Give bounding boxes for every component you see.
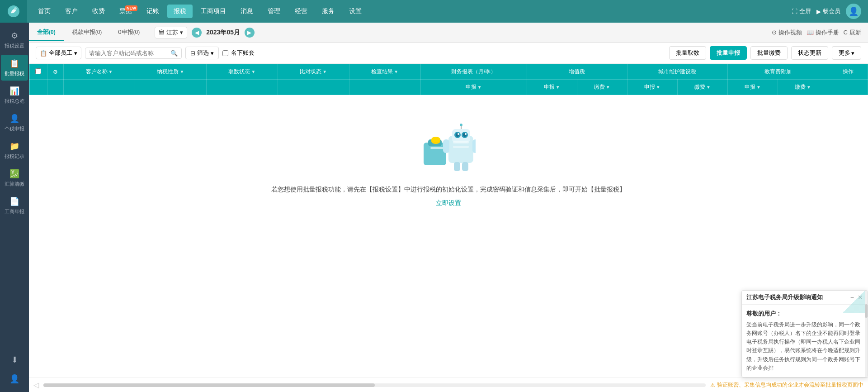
th-financial-report: 财务报表（月/季）: [420, 64, 527, 80]
et-declare-filter[interactable]: 申报 ▼: [745, 83, 761, 91]
th-sub-customer-name: [64, 80, 135, 95]
filter-button[interactable]: ⊟ 筛选 ▾: [185, 47, 219, 59]
annual-report-icon: 📄: [9, 196, 19, 206]
fullscreen-icon: ⛶: [792, 8, 797, 15]
nav-tax[interactable]: 报税: [167, 5, 193, 18]
search-box[interactable]: 🔍: [85, 48, 182, 59]
batch-pay-button[interactable]: 批量缴费: [750, 46, 788, 60]
nav-billing[interactable]: 收费: [86, 5, 111, 18]
sidebar-item-settlement[interactable]: 💹 汇算清缴: [1, 165, 28, 191]
notification-scrollbar[interactable]: [865, 291, 868, 377]
notification-scroll-thumb: [865, 304, 868, 318]
logo[interactable]: [0, 0, 27, 23]
empty-state-text: 若您想使用批量报税功能，请先在【报税设置】中进行报税的初始化设置，完成密码验证和…: [271, 186, 626, 194]
sidebar-item-tax-record[interactable]: 📁 报税记录: [1, 138, 28, 163]
sidebar-item-tax-settings[interactable]: ⚙ 报税设置: [1, 27, 28, 53]
vat-pay-filter[interactable]: 缴费 ▼: [594, 83, 610, 91]
ct-declare-filter[interactable]: 申报 ▼: [644, 83, 660, 91]
chevron-down-icon: ▾: [851, 50, 854, 57]
province-select[interactable]: 🏛 江苏 ▾: [155, 27, 187, 38]
province-icon: 🏛: [159, 29, 165, 36]
th-compare-status: 比对状态 ▼: [278, 64, 349, 80]
batch-fetch-button[interactable]: 批量取数: [669, 46, 706, 60]
toolbar-right: 批量取数 批量申报 批量缴费 状态更新 更多 ▾: [669, 46, 861, 60]
nav-service[interactable]: 服务: [316, 5, 341, 18]
setup-link[interactable]: 立即设置: [436, 199, 461, 207]
nav-operations[interactable]: 经营: [288, 5, 314, 18]
search-input[interactable]: [89, 50, 170, 57]
sidebar-item-download[interactable]: ⬇: [1, 351, 28, 368]
tab-zero-declare[interactable]: 0申报(0): [110, 24, 148, 41]
th-sub-fetch-status: [206, 80, 278, 95]
filter-icon: ▼: [179, 69, 184, 74]
nav-customer[interactable]: 客户: [59, 5, 84, 18]
tax-overview-icon: 📊: [9, 86, 19, 96]
fetch-status-filter[interactable]: 取数状态 ▼: [228, 68, 255, 76]
manual-button[interactable]: 📖 操作手册: [807, 29, 839, 37]
check-result-filter[interactable]: 检查结果 ▼: [371, 68, 398, 76]
scroll-left-icon[interactable]: ◁: [33, 381, 39, 389]
sidebar-item-user[interactable]: 👤: [1, 370, 28, 387]
tax-settings-icon: ⚙: [11, 31, 18, 41]
sidebar-item-tax-overview[interactable]: 📊 报税总览: [1, 82, 28, 108]
th-gear[interactable]: ⚙: [47, 64, 64, 80]
select-all-checkbox[interactable]: [35, 68, 41, 74]
sidebar-item-personal-tax[interactable]: 👤 个税申报: [1, 110, 28, 136]
employee-select[interactable]: 📋 全部员工 ▾: [36, 47, 81, 59]
nav-message[interactable]: 消息: [234, 5, 259, 18]
user-icon: 👤: [9, 374, 19, 384]
employee-icon: 📋: [40, 50, 47, 57]
th-vat: 增值税: [527, 64, 627, 80]
fr-declare-filter[interactable]: 申报 ▼: [466, 83, 482, 91]
prev-month-button[interactable]: ◀: [192, 28, 202, 38]
sidebar-item-annual-report[interactable]: 📄 工商年报: [1, 193, 28, 219]
svg-point-1: [14, 7, 17, 10]
customer-name-filter[interactable]: 客户名称 ▼: [86, 68, 113, 76]
notification-decoration: [827, 291, 868, 313]
nav-bizproject[interactable]: 工商项目: [194, 5, 232, 18]
vat-declare-filter[interactable]: 申报 ▼: [544, 83, 560, 91]
name-account-checkbox[interactable]: [222, 50, 228, 56]
avatar[interactable]: 👤: [846, 4, 861, 19]
video-button[interactable]: ⊙ 操作视频: [772, 29, 802, 37]
batch-declare-button[interactable]: 批量申报: [710, 46, 747, 60]
nav-home[interactable]: 首页: [32, 5, 57, 18]
svg-rect-18: [443, 139, 449, 153]
svg-point-14: [458, 133, 459, 135]
th-checkbox: [29, 64, 47, 80]
tax-type-filter[interactable]: 纳税性质 ▼: [157, 68, 184, 76]
sidebar-item-batch-tax[interactable]: 📋 批量报税: [1, 55, 28, 81]
th-sub-et-pay: 缴费 ▼: [778, 80, 828, 95]
member-button[interactable]: ▶ 畅会员: [816, 7, 840, 15]
robot-illustration: [421, 122, 476, 177]
next-month-button[interactable]: ▶: [245, 28, 255, 38]
th-check-result: 检查结果 ▼: [349, 64, 420, 80]
tab-tax-declare[interactable]: 税款申报(0): [64, 24, 110, 41]
nav-bookkeeping[interactable]: 记账: [140, 5, 165, 18]
filter-icon: ▼: [706, 85, 711, 90]
svg-point-7: [431, 137, 440, 142]
more-button[interactable]: 更多 ▾: [832, 46, 861, 60]
fullscreen-button[interactable]: ⛶ 全屏: [792, 7, 811, 15]
et-pay-filter[interactable]: 缴费 ▼: [795, 83, 811, 91]
status-update-button[interactable]: 状态更新: [791, 46, 828, 60]
nav-management[interactable]: 管理: [261, 5, 287, 18]
search-icon[interactable]: 🔍: [170, 50, 178, 57]
nav-invoice[interactable]: 票据 NEW: [113, 5, 138, 18]
sidebar-bottom: ⬇ 👤: [1, 351, 28, 387]
ct-pay-filter[interactable]: 缴费 ▼: [694, 83, 711, 91]
compare-status-filter[interactable]: 比对状态 ▼: [300, 68, 327, 76]
chevron-down-icon: ▾: [180, 29, 183, 36]
tax-record-icon: 📁: [9, 141, 19, 151]
refresh-button[interactable]: C 展新: [844, 29, 861, 37]
th-sub-tax-type: [135, 80, 206, 95]
refresh-icon: C: [844, 29, 848, 36]
nav-settings[interactable]: 设置: [343, 5, 368, 18]
bottom-scrollbar[interactable]: [43, 383, 706, 387]
checkbox-name-account[interactable]: 名下账套: [222, 49, 255, 57]
download-icon: ⬇: [11, 355, 18, 365]
tab-all[interactable]: 全部(0): [29, 24, 64, 41]
top-navigation: 首页 客户 收费 票据 NEW 记账 报税 工商项目 消息 管理 经营 服务 设…: [0, 0, 868, 23]
th-sub-ct-declare: 申报 ▼: [627, 80, 677, 95]
filter-icon: ▼: [606, 85, 610, 90]
